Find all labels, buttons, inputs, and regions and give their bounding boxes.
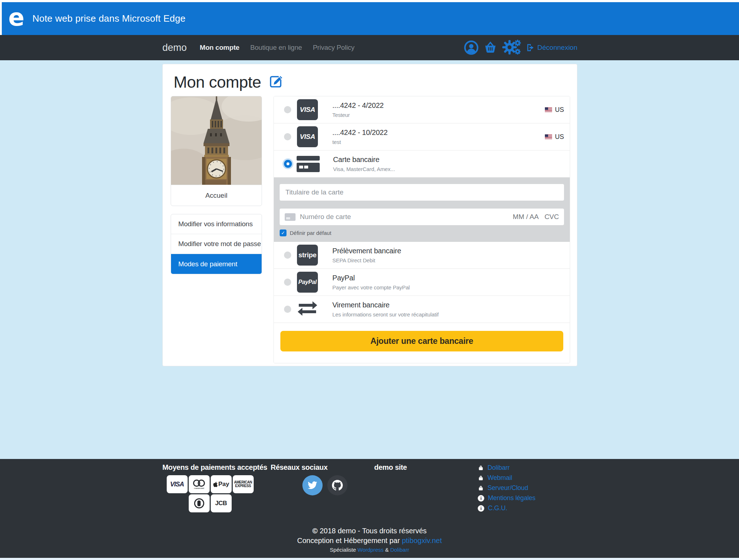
home-card[interactable]: Accueil — [171, 96, 262, 206]
diners-chip-icon — [189, 494, 210, 512]
edge-banner-title: Note web prise dans Microsoft Edge — [32, 13, 185, 24]
twitter-icon[interactable] — [302, 475, 323, 495]
big-ben-photo — [171, 96, 262, 185]
home-link[interactable]: Accueil — [171, 185, 262, 206]
visa-chip-icon: VISA — [167, 475, 188, 493]
default-card-label: Définir par défaut — [290, 230, 331, 236]
conception-line: Conception et Hébergement par ptibogxiv.… — [0, 537, 739, 545]
copyright-icon: © — [312, 527, 318, 535]
payment-row-paypal[interactable]: PayPal PayPal Payer avec votre compte Pa… — [274, 269, 570, 296]
method-title: Carte bancaire — [333, 156, 395, 164]
menu-item-informations[interactable]: Modifier vos informations — [171, 214, 262, 234]
dolibarr-link[interactable]: Dolibarr — [390, 547, 409, 553]
payment-row-visa-1[interactable]: VISA ....4242 - 4/2022 Testeur US — [274, 96, 570, 123]
footer-payments-title: Moyens de paiements acceptés — [162, 463, 271, 472]
method-subtitle: Visa, MasterCard, Amex... — [333, 166, 395, 172]
edge-banner: e Note web prise dans Microsoft Edge — [0, 2, 739, 35]
new-card-form: MM / AA CVC Définir par défaut — [274, 178, 570, 242]
account-sidebar: Accueil Modifier vos informations Modifi… — [171, 96, 262, 363]
shop-basket-icon[interactable] — [483, 41, 498, 54]
stripe-badge-icon: stripe — [297, 245, 318, 266]
site-footer: Moyens de paiements acceptés VISA master… — [0, 459, 739, 557]
radio-unselected[interactable] — [284, 133, 291, 140]
info-icon: i — [478, 505, 484, 512]
card-number-field[interactable]: MM / AA CVC — [280, 209, 564, 225]
card-holder-input[interactable] — [280, 184, 564, 201]
checkbox-checked-icon[interactable] — [280, 229, 287, 236]
nav-item-mon-compte[interactable]: Mon compte — [200, 44, 240, 52]
lock-icon — [478, 485, 484, 491]
footer-social-title: Réseaux sociaux — [271, 463, 374, 472]
edit-account-icon[interactable] — [268, 73, 284, 91]
site-brand[interactable]: demo — [162, 42, 187, 53]
logout-button[interactable]: Déconnexion — [526, 43, 577, 52]
card-number-input[interactable] — [300, 213, 509, 221]
us-flag-icon — [545, 135, 552, 139]
account-card: Mon compte — [162, 64, 577, 366]
amex-chip-icon: AMERICANEXPRESS — [233, 475, 254, 493]
lock-icon — [478, 474, 484, 481]
footer-payments-col: Moyens de paiements acceptés VISA master… — [162, 463, 271, 515]
footer-link-mentions[interactable]: i Mentions légales — [478, 494, 577, 502]
country-code: US — [555, 133, 564, 141]
logout-label: Déconnexion — [537, 44, 577, 52]
footer-site-title: demo site — [374, 463, 478, 472]
nav-item-boutique[interactable]: Boutique en ligne — [250, 44, 302, 52]
user-account-icon[interactable] — [464, 40, 478, 55]
card-subtitle: Testeur — [332, 112, 384, 118]
nav-item-privacy[interactable]: Privacy Policy — [313, 44, 354, 52]
info-icon: i — [478, 495, 484, 502]
footer-link-dolibarr[interactable]: Dolibarr — [478, 464, 577, 472]
card-title: ....4242 - 10/2022 — [332, 128, 388, 137]
page-background: Mon compte — [0, 60, 739, 459]
footer-site-col: demo site — [374, 463, 478, 515]
jcb-chip-icon: JCB — [211, 494, 232, 512]
add-card-button[interactable]: Ajouter une carte bancaire — [280, 331, 563, 351]
github-icon[interactable] — [327, 475, 347, 495]
country-code: US — [555, 106, 564, 114]
wordpress-link[interactable]: Wordpress — [358, 547, 384, 553]
paypal-badge-icon: PayPal — [297, 272, 318, 293]
specialist-line: Spécialiste Wordpress & Dolibarr — [0, 547, 739, 553]
apple-pay-chip-icon: Pay — [211, 475, 232, 493]
mastercard-chip-icon: mastercard — [189, 475, 210, 493]
method-title: Virement bancaire — [332, 301, 439, 309]
visa-badge-icon: VISA — [297, 99, 318, 120]
payment-row-visa-2[interactable]: VISA ....4242 - 10/2022 test US — [274, 123, 570, 150]
payment-row-sepa[interactable]: stripe Prélèvement bancaire SEPA Direct … — [274, 242, 570, 269]
copyright-line: © 2018 demo - Tous droits réservés — [0, 527, 739, 535]
transfer-arrows-icon — [296, 301, 319, 318]
payment-row-card[interactable]: Carte bancaire Visa, MasterCard, Amex... — [274, 150, 570, 178]
expiry-placeholder[interactable]: MM / AA — [513, 213, 539, 221]
edge-logo-icon: e — [8, 7, 25, 29]
radio-selected[interactable] — [284, 160, 292, 168]
method-subtitle: Payer avec votre compte PayPal — [332, 284, 410, 290]
settings-gears-icon[interactable] — [502, 39, 521, 56]
method-subtitle: SEPA Direct Debit — [332, 257, 401, 263]
ptibogxiv-link[interactable]: ptibogxiv.net — [402, 537, 442, 544]
account-menu: Modifier vos informations Modifier votre… — [171, 214, 262, 274]
lock-icon — [478, 464, 484, 471]
footer-link-serveur[interactable]: Serveur/Cloud — [478, 484, 577, 492]
credit-card-icon — [297, 153, 320, 174]
footer-social-col: Réseaux sociaux — [271, 463, 374, 515]
menu-item-password[interactable]: Modifier votre mot de passe — [171, 234, 262, 254]
radio-unselected[interactable] — [284, 306, 291, 313]
payment-row-transfer[interactable]: Virement bancaire Les informations seron… — [274, 296, 570, 323]
method-title: Prélèvement bancaire — [332, 247, 401, 255]
footer-links-col: Dolibarr Webmail Serveur/Cloud i Mention… — [478, 464, 577, 515]
radio-unselected[interactable] — [284, 279, 291, 286]
visa-badge-icon: VISA — [297, 126, 318, 147]
radio-unselected[interactable] — [284, 106, 291, 113]
default-card-row[interactable]: Définir par défaut — [280, 229, 564, 236]
radio-unselected[interactable] — [284, 251, 291, 259]
cvc-placeholder[interactable]: CVC — [545, 213, 559, 221]
footer-link-webmail[interactable]: Webmail — [478, 474, 577, 482]
page-title: Mon compte — [174, 73, 261, 92]
menu-item-payment-modes[interactable]: Modes de paiement — [171, 254, 262, 274]
card-input-icon — [285, 213, 296, 221]
card-title: ....4242 - 4/2022 — [332, 101, 384, 110]
footer-link-cgu[interactable]: i C.G.U. — [478, 504, 577, 512]
us-flag-icon — [545, 108, 552, 112]
site-nav: demo Mon compte Boutique en ligne Privac… — [0, 35, 739, 60]
